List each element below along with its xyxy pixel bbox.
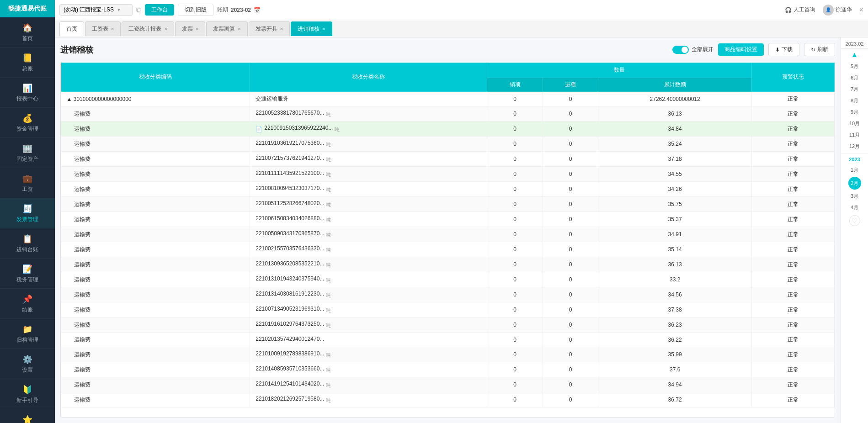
- row-code: 运输费: [61, 347, 250, 362]
- row-invoice-code: 221013140308161912230...吨: [250, 287, 487, 302]
- sidebar-item-funds[interactable]: 💰 资金管理: [0, 108, 55, 138]
- table-row[interactable]: 运输费 221006150834034026880...吨 0 0 35.37 …: [61, 212, 835, 227]
- sidebar-item-ledger[interactable]: 📒 总账: [0, 48, 55, 78]
- sidebar-item-salary[interactable]: 💼 工资: [0, 168, 55, 198]
- tab-invoice-close[interactable]: ×: [196, 26, 198, 32]
- expand-all-toggle-wrap: 全部展开: [672, 46, 714, 54]
- row-invoice-code: 221011111435921522100...吨: [250, 167, 487, 182]
- table-row[interactable]: 运输费 221014085935710353660...吨 0 0 37.6 正…: [61, 362, 835, 377]
- date-panel-up-arrow[interactable]: ▲: [849, 49, 860, 61]
- company-selector[interactable]: (勿动) 江西报宝-LSS ▼: [59, 4, 133, 16]
- user-menu[interactable]: 👤 徐逢华: [823, 5, 852, 16]
- sidebar-item-guide[interactable]: 🔰 新手引导: [0, 379, 55, 409]
- date-panel-month-dec[interactable]: 12月: [841, 141, 868, 152]
- row-status: 正常: [751, 377, 834, 392]
- table-row[interactable]: 运输费 221005112528266748020...吨 0 0 35.75 …: [61, 197, 835, 212]
- date-panel-month-may[interactable]: 5月: [841, 61, 868, 72]
- table-row[interactable]: 运输费 221005090343170865870...吨 0 0 34.91 …: [61, 227, 835, 242]
- row-status: 正常: [751, 362, 834, 377]
- sidebar-item-assets[interactable]: 🏢 固定资产: [0, 138, 55, 168]
- table-row[interactable]: 运输费 221014191254101434020...吨 0 0 34.94 …: [61, 377, 835, 392]
- window-close-button[interactable]: ×: [859, 6, 863, 14]
- sidebar-item-label: 归档管理: [16, 336, 38, 344]
- product-setting-button[interactable]: 商品编码设置: [718, 43, 764, 56]
- sidebar-item-home[interactable]: 🏠 首页: [0, 17, 55, 48]
- sidebar-item-member[interactable]: ⭐ 畅会员: [0, 409, 55, 423]
- sidebar-item-reports[interactable]: 📊 报表中心: [0, 78, 55, 108]
- date-panel-month-aug[interactable]: 8月: [841, 95, 868, 106]
- row-sales: 0: [487, 227, 543, 242]
- calendar-icon[interactable]: 📅: [254, 7, 261, 13]
- expand-all-toggle[interactable]: [672, 46, 689, 54]
- table-row[interactable]: 运输费 221005233817801765670...吨 0 0 36.13 …: [61, 106, 835, 122]
- date-panel-month-apr[interactable]: 4月: [841, 202, 868, 213]
- row-invoice-code: 221013093652085352210...吨: [250, 257, 487, 272]
- tab-invoice-open[interactable]: 发票开具 ×: [249, 21, 290, 36]
- tab-invoice-open-close[interactable]: ×: [280, 26, 283, 32]
- tab-salary-stats-close[interactable]: ×: [164, 26, 167, 32]
- archive-icon: 📁: [22, 324, 32, 334]
- date-panel-month-sep[interactable]: 9月: [841, 106, 868, 118]
- date-panel-month-mar[interactable]: 3月: [841, 190, 868, 202]
- workspace-button[interactable]: 工作台: [145, 4, 174, 16]
- row-invoice-code: 221005112528266748020...吨: [250, 197, 487, 212]
- row-status: 正常: [751, 212, 834, 227]
- tab-salary-table-close[interactable]: ×: [111, 26, 114, 32]
- tab-invoice-calc-close[interactable]: ×: [238, 26, 240, 32]
- sidebar-item-tax[interactable]: 📝 税务管理: [0, 259, 55, 289]
- tab-invoice-calc-label: 发票测算: [213, 25, 235, 33]
- tab-invoice-label: 发票: [182, 25, 193, 33]
- table-row[interactable]: 运输费 221020135742940012470... 0 0 36.22 正…: [61, 333, 835, 347]
- tab-purchase-sales-verify[interactable]: 进销稽核 ×: [291, 21, 332, 36]
- switch-version-button[interactable]: 切到旧版: [178, 4, 213, 16]
- purchase-sales-icon: 📋: [22, 234, 32, 244]
- date-panel-month-feb[interactable]: 2月: [848, 177, 861, 190]
- table-row[interactable]: 运输费 221007215737621941270...吨 0 0 37.18 …: [61, 152, 835, 167]
- table-row[interactable]: 运输费 221018202126925719580...吨 0 0 36.72 …: [61, 392, 835, 407]
- row-purchase: 0: [543, 302, 598, 317]
- table-row[interactable]: 运输费 221007134905231969310...吨 0 0 37.38 …: [61, 302, 835, 317]
- tab-invoice[interactable]: 发票 ×: [175, 21, 205, 36]
- table-row[interactable]: 运输费 221011111435921522100...吨 0 0 34.55 …: [61, 167, 835, 182]
- table-row[interactable]: 运输费 221013101943240375940...吨 0 0 33.2 正…: [61, 272, 835, 287]
- copy-icon[interactable]: ⧉: [136, 6, 141, 14]
- date-panel-month-oct[interactable]: 10月: [841, 118, 868, 129]
- row-invoice-code: 221020135742940012470...: [250, 333, 487, 347]
- table-row[interactable]: 运输费 📄221009150313965922240...吨 0 0 34.84…: [61, 122, 835, 137]
- tab-salary-stats[interactable]: 工资统计报表 ×: [122, 21, 174, 36]
- tab-invoice-calc[interactable]: 发票测算 ×: [206, 21, 247, 36]
- page-title: 进销稽核: [60, 44, 93, 55]
- sidebar-item-archive[interactable]: 📁 归档管理: [0, 319, 55, 349]
- date-panel-month-jul[interactable]: 7月: [841, 84, 868, 95]
- table-row[interactable]: 运输费 221010091927898386910...吨 0 0 35.99 …: [61, 347, 835, 362]
- table-row[interactable]: 运输费 221008100945323037170...吨 0 0 34.26 …: [61, 182, 835, 197]
- service-link[interactable]: 🎧 人工咨询: [785, 6, 815, 14]
- sidebar-item-invoice[interactable]: 🧾 发票管理: [0, 198, 55, 228]
- company-dropdown-icon: ▼: [117, 7, 121, 12]
- sidebar-item-label: 税务管理: [16, 276, 38, 284]
- row-sales: 0: [487, 272, 543, 287]
- table-row[interactable]: 运输费 221002155703576436330...吨 0 0 35.14 …: [61, 242, 835, 257]
- date-panel-heart-icon[interactable]: ♡: [849, 215, 860, 226]
- sidebar-item-settlement[interactable]: 📌 结账: [0, 289, 55, 319]
- sidebar-item-settings[interactable]: ⚙️ 设置: [0, 349, 55, 379]
- row-cumulative: 27262.40000000012: [598, 92, 751, 106]
- table-row[interactable]: 运输费 221013093652085352210...吨 0 0 36.13 …: [61, 257, 835, 272]
- date-panel-month-jun[interactable]: 6月: [841, 72, 868, 84]
- refresh-button[interactable]: ↻ 刷新: [804, 43, 835, 56]
- download-button[interactable]: ⬇ 下载: [768, 43, 799, 56]
- salary-icon: 💼: [22, 174, 32, 184]
- tab-salary-table[interactable]: 工资表 ×: [85, 21, 121, 36]
- table-row[interactable]: 运输费 221019161029764373250...吨 0 0 36.23 …: [61, 317, 835, 333]
- table-row[interactable]: 运输费 221019103619217075360...吨 0 0 35.24 …: [61, 137, 835, 152]
- table-row[interactable]: 运输费 221013140308161912230...吨 0 0 34.56 …: [61, 287, 835, 302]
- tab-home[interactable]: 首页: [59, 21, 84, 36]
- date-panel-month-jan[interactable]: 1月: [841, 164, 868, 176]
- tab-purchase-sales-verify-close[interactable]: ×: [322, 26, 325, 32]
- sidebar-item-purchase-sales[interactable]: 📋 进销台账: [0, 228, 55, 259]
- row-sales: 0: [487, 152, 543, 167]
- row-sales: 0: [487, 317, 543, 333]
- row-status: 正常: [751, 317, 834, 333]
- table-row[interactable]: ▲ 3010000000000000000 交通运输服务 0 0 27262.4…: [61, 92, 835, 106]
- date-panel-month-nov[interactable]: 11月: [841, 129, 868, 141]
